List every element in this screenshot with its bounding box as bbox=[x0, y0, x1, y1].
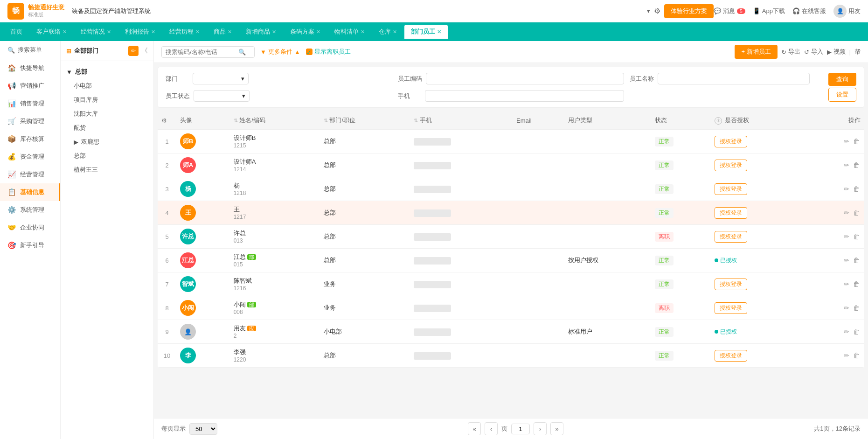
tab-home[interactable]: 首页 bbox=[4, 25, 29, 39]
sort-icon[interactable]: ⇅ bbox=[414, 118, 418, 123]
dept-select[interactable]: ▾ bbox=[193, 73, 249, 84]
tab-warehouse[interactable]: 仓库✕ bbox=[372, 25, 403, 39]
tab-dept-employee[interactable]: 部门员工✕ bbox=[404, 25, 448, 39]
tab-bom[interactable]: 物料清单✕ bbox=[328, 25, 371, 39]
dept-node-zhishu[interactable]: 植树王三 bbox=[61, 163, 153, 177]
settings-icon[interactable]: ⚙ bbox=[161, 117, 167, 124]
tab-history[interactable]: 经营历程✕ bbox=[163, 25, 206, 39]
close-icon[interactable]: ✕ bbox=[228, 29, 232, 35]
edit-btn[interactable]: ✏ bbox=[844, 185, 849, 193]
trial-industry-btn[interactable]: 体验行业方案 bbox=[664, 4, 714, 18]
dept-node-peihuo[interactable]: 配货 bbox=[61, 121, 153, 135]
dept-node-xiaodibu[interactable]: 小电部 bbox=[61, 79, 153, 93]
sidebar-item-finance[interactable]: 💰 资金管理 bbox=[0, 148, 60, 166]
tab-add-goods[interactable]: 新增商品✕ bbox=[239, 25, 283, 39]
tab-customer[interactable]: 客户联络✕ bbox=[30, 25, 73, 39]
delete-btn[interactable]: 🗑 bbox=[853, 209, 860, 216]
set-btn[interactable]: 设置 bbox=[828, 88, 856, 102]
auth-login-btn[interactable]: 授权登录 bbox=[715, 350, 747, 362]
help-btn[interactable]: 帮 bbox=[854, 48, 861, 56]
edit-btn[interactable]: ✏ bbox=[844, 233, 849, 240]
delete-btn[interactable]: 🗑 bbox=[853, 304, 860, 312]
sidebar-item-guide[interactable]: 🎯 新手引导 bbox=[0, 237, 60, 254]
close-icon[interactable]: ✕ bbox=[361, 29, 365, 35]
delete-btn[interactable]: 🗑 bbox=[853, 161, 860, 169]
delete-btn[interactable]: 🗑 bbox=[853, 280, 860, 288]
dept-node-root[interactable]: ▼ 总部 bbox=[61, 65, 153, 79]
close-icon[interactable]: ✕ bbox=[393, 29, 397, 35]
sort-icon[interactable]: ⇅ bbox=[234, 118, 238, 123]
query-btn[interactable]: 查询 bbox=[828, 73, 856, 86]
auth-login-btn[interactable]: 授权登录 bbox=[715, 160, 747, 171]
user-btn[interactable]: 👤 用友 bbox=[833, 5, 861, 18]
auth-login-btn[interactable]: 授权登录 bbox=[715, 231, 747, 243]
delete-btn[interactable]: 🗑 bbox=[853, 257, 860, 264]
settings-gear-btn[interactable]: ⚙ bbox=[654, 7, 660, 15]
sidebar-item-inventory[interactable]: 📦 库存核算 bbox=[0, 130, 60, 148]
dept-collapse-btn[interactable]: 《 bbox=[141, 47, 148, 55]
delete-btn[interactable]: 🗑 bbox=[853, 233, 860, 240]
edit-btn[interactable]: ✏ bbox=[844, 257, 849, 264]
first-page-btn[interactable]: « bbox=[468, 422, 481, 435]
close-icon[interactable]: ✕ bbox=[107, 29, 111, 35]
page-input[interactable] bbox=[511, 424, 530, 434]
more-filter-btn[interactable]: ▼ 更多条件 ▲ bbox=[260, 48, 300, 56]
dept-node-projectroom[interactable]: 项目库房 bbox=[61, 93, 153, 107]
edit-btn[interactable]: ✏ bbox=[844, 280, 849, 288]
close-icon[interactable]: ✕ bbox=[316, 29, 320, 35]
auth-login-btn[interactable]: 授权登录 bbox=[715, 279, 747, 290]
sidebar-search[interactable]: 🔍 搜索菜单 bbox=[0, 41, 60, 59]
sidebar-item-system[interactable]: ⚙️ 系统管理 bbox=[0, 201, 60, 219]
sidebar-item-collab[interactable]: 🤝 企业协同 bbox=[0, 219, 60, 237]
add-employee-btn[interactable]: + 新增员工 bbox=[735, 45, 777, 59]
next-page-btn[interactable]: › bbox=[534, 422, 547, 435]
dept-node-zongbu[interactable]: 总部 bbox=[61, 149, 153, 163]
edit-btn[interactable]: ✏ bbox=[844, 352, 849, 359]
auth-login-btn[interactable]: 授权登录 bbox=[715, 207, 747, 219]
tab-goods[interactable]: 商品✕ bbox=[207, 25, 238, 39]
prev-page-btn[interactable]: ‹ bbox=[485, 422, 498, 435]
auth-login-btn[interactable]: 授权登录 bbox=[715, 302, 747, 314]
close-icon[interactable]: ✕ bbox=[195, 29, 200, 35]
dept-node-shenyang[interactable]: 沈阳大库 bbox=[61, 107, 153, 121]
sidebar-item-purchase[interactable]: 🛒 采购管理 bbox=[0, 112, 60, 130]
last-page-btn[interactable]: » bbox=[550, 422, 563, 435]
auth-login-btn[interactable]: 授权登录 bbox=[715, 183, 747, 195]
delete-btn[interactable]: 🗑 bbox=[853, 185, 860, 193]
sort-icon[interactable]: ⇅ bbox=[324, 118, 328, 123]
show-resigned-checkbox[interactable]: ✓ 显示离职员工 bbox=[306, 48, 351, 56]
close-icon[interactable]: ✕ bbox=[272, 29, 276, 35]
tab-profit[interactable]: 利润报告✕ bbox=[118, 25, 162, 39]
phone-input[interactable] bbox=[425, 90, 625, 102]
edit-btn[interactable]: ✏ bbox=[844, 304, 849, 312]
search-input[interactable] bbox=[166, 49, 236, 56]
emp-code-input[interactable] bbox=[426, 73, 625, 84]
delete-btn[interactable]: 🗑 bbox=[853, 352, 860, 359]
online-service-btn[interactable]: 🎧 在线客服 bbox=[792, 7, 826, 15]
sidebar-item-operations[interactable]: 📈 经营管理 bbox=[0, 166, 60, 183]
import-btn[interactable]: ↺ 导入 bbox=[804, 48, 823, 56]
message-btn[interactable]: 💬 消息 5 bbox=[714, 7, 745, 15]
close-icon[interactable]: ✕ bbox=[62, 29, 67, 35]
delete-btn[interactable]: 🗑 bbox=[853, 138, 860, 145]
tab-barcode[interactable]: 条码方案✕ bbox=[284, 25, 327, 39]
dept-edit-btn[interactable]: ✏ bbox=[128, 46, 139, 56]
edit-btn[interactable]: ✏ bbox=[844, 209, 849, 216]
emp-status-select[interactable]: ▾ bbox=[194, 90, 250, 102]
sidebar-item-basicinfo[interactable]: 📋 基础信息 bbox=[0, 183, 60, 201]
auth-login-btn[interactable]: 授权登录 bbox=[715, 136, 747, 147]
edit-btn[interactable]: ✏ bbox=[844, 138, 849, 145]
app-download-btn[interactable]: 📱 App下载 bbox=[753, 7, 785, 15]
sidebar-item-sales[interactable]: 📊 销售管理 bbox=[0, 95, 60, 112]
view-btn[interactable]: ▶ 视频 bbox=[827, 48, 846, 56]
delete-btn[interactable]: 🗑 bbox=[853, 328, 860, 335]
export-btn[interactable]: ↻ 导出 bbox=[781, 48, 800, 56]
checkbox-icon[interactable]: ✓ bbox=[306, 49, 312, 55]
edit-btn[interactable]: ✏ bbox=[844, 161, 849, 169]
dept-node-shuanglu[interactable]: ▶ 双鹿想 bbox=[61, 135, 153, 149]
emp-name-input[interactable] bbox=[658, 73, 810, 84]
title-dropdown-btn[interactable]: ▾ bbox=[647, 7, 650, 14]
per-page-select[interactable]: 50 20 100 bbox=[189, 423, 217, 435]
sidebar-item-quicknav[interactable]: 🏠 快捷导航 bbox=[0, 59, 60, 77]
edit-btn[interactable]: ✏ bbox=[844, 328, 849, 335]
